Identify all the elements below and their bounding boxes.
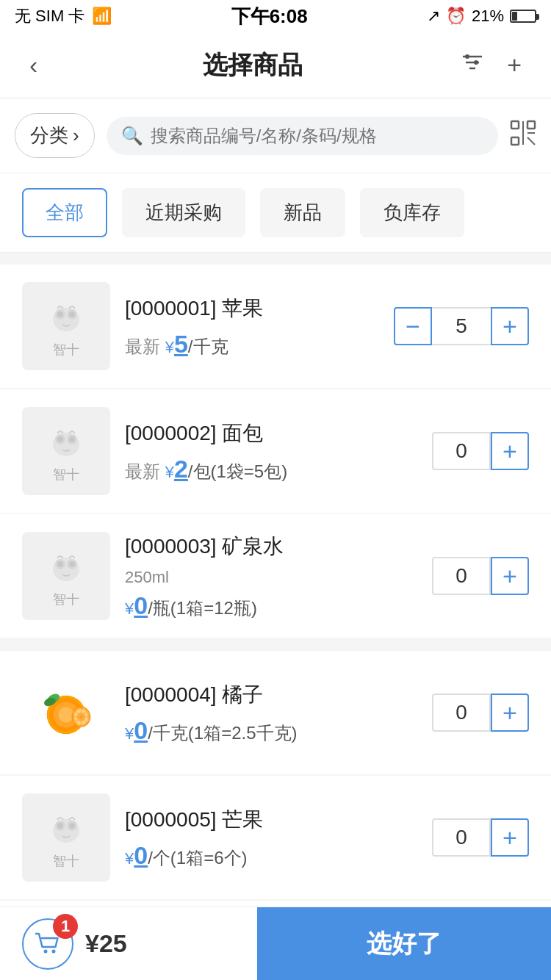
price-prefix: 最新: [125, 336, 160, 356]
svg-point-14: [57, 311, 63, 317]
product-image-0000003: 智十: [22, 532, 110, 620]
product-name: [0000005] 芒果: [125, 806, 417, 834]
cart-button[interactable]: 1: [22, 918, 73, 970]
status-right: ↗ ⏰ 21%: [427, 7, 536, 26]
svg-point-20: [69, 436, 75, 442]
svg-point-45: [69, 823, 75, 829]
page-title: 选择商品: [203, 48, 303, 82]
owl-placeholder: 智十: [44, 805, 88, 870]
product-price: ¥0/个(1箱=6个): [125, 841, 417, 870]
svg-line-10: [527, 137, 535, 145]
svg-point-56: [44, 949, 48, 953]
owl-placeholder: 智十: [44, 294, 88, 359]
price-value: 0: [134, 716, 148, 744]
product-name: [0000002] 面包: [125, 419, 417, 447]
scan-icon[interactable]: [510, 120, 536, 151]
back-button[interactable]: ‹: [22, 43, 45, 87]
product-name: [0000003] 矿泉水: [125, 533, 417, 561]
search-input[interactable]: [151, 126, 483, 146]
price-unit: /千克(1箱=2.5千克): [148, 723, 297, 743]
category-button[interactable]: 分类 ›: [15, 113, 95, 158]
quantity-input[interactable]: [432, 307, 491, 345]
wifi-icon: 📶: [92, 7, 112, 26]
qty-increase-button[interactable]: +: [491, 693, 529, 732]
list-item: 智十 [0000001] 苹果 最新 ¥5/千克 − +: [0, 264, 551, 388]
yen-symbol: ¥: [125, 849, 134, 868]
product-name: [0000001] 苹果: [125, 295, 379, 323]
svg-point-25: [69, 561, 75, 567]
tab-recent[interactable]: 近期采购: [122, 188, 245, 237]
price-unit: /千克: [188, 336, 228, 356]
quantity-display: 0: [432, 693, 491, 732]
price-unit: /包(1袋=5包): [188, 461, 287, 481]
svg-point-24: [57, 561, 63, 567]
svg-point-4: [474, 60, 478, 65]
yen-symbol: ¥: [165, 463, 174, 481]
list-item: 智十 [0000002] 面包 最新 ¥2/包(1袋=5包) 0 +: [0, 389, 551, 513]
product-price: ¥0/千克(1箱=2.5千克): [125, 716, 417, 745]
price-unit: /瓶(1箱=12瓶): [148, 598, 257, 618]
product-price: ¥0/瓶(1箱=12瓶): [125, 591, 417, 620]
owl-placeholder: 智十: [44, 544, 88, 608]
quantity-control-0000003: 0 +: [432, 557, 529, 595]
status-left: 无 SIM 卡 📶: [15, 5, 112, 27]
confirm-button[interactable]: 选好了: [257, 907, 551, 981]
svg-rect-7: [511, 137, 519, 145]
svg-rect-6: [527, 121, 535, 129]
product-info-0000004: [0000004] 橘子 ¥0/千克(1箱=2.5千克): [125, 681, 417, 745]
search-row: 分类 › 🔍: [0, 98, 551, 173]
separator: [0, 639, 551, 651]
product-info-0000003: [0000003] 矿泉水 250ml ¥0/瓶(1箱=12瓶): [125, 533, 417, 620]
yen-symbol: ¥: [125, 724, 134, 743]
product-price: 最新 ¥5/千克: [125, 330, 379, 359]
product-image-0000005: 智十: [22, 793, 110, 882]
quantity-display: 0: [432, 432, 491, 470]
list-item: [0000004] 橘子 ¥0/千克(1箱=2.5千克) 0 +: [0, 651, 551, 774]
qty-increase-button[interactable]: +: [491, 818, 529, 857]
quantity-display: 0: [432, 818, 491, 857]
svg-point-15: [69, 311, 75, 317]
tab-new[interactable]: 新品: [260, 188, 345, 237]
price-unit: /个(1箱=6个): [148, 848, 247, 868]
add-button[interactable]: +: [500, 43, 529, 87]
status-bar: 无 SIM 卡 📶 下午6:08 ↗ ⏰ 21%: [0, 0, 551, 32]
nav-left: ‹: [22, 43, 45, 87]
cart-total: ¥25: [85, 929, 127, 958]
svg-point-57: [52, 949, 56, 953]
product-info-0000002: [0000002] 面包 最新 ¥2/包(1袋=5包): [125, 419, 417, 483]
cart-badge: 1: [53, 914, 78, 939]
product-info-0000005: [0000005] 芒果 ¥0/个(1箱=6个): [125, 806, 417, 870]
quantity-control-0000005: 0 +: [432, 818, 529, 857]
search-icon: 🔍: [121, 126, 143, 146]
tab-negative[interactable]: 负库存: [360, 188, 464, 237]
owl-placeholder: 智十: [44, 419, 88, 483]
separator: [0, 253, 551, 264]
qty-increase-button[interactable]: +: [491, 432, 529, 470]
list-item: 智十 [0000003] 矿泉水 250ml ¥0/瓶(1箱=12瓶) 0 +: [0, 514, 551, 638]
svg-point-19: [57, 436, 63, 442]
product-image-0000002: 智十: [22, 407, 110, 495]
svg-rect-5: [511, 121, 519, 129]
price-value: 0: [134, 591, 148, 619]
product-name: [0000004] 橘子: [125, 681, 417, 709]
qty-increase-button[interactable]: +: [491, 307, 529, 345]
product-info-0000001: [0000001] 苹果 最新 ¥5/千克: [125, 295, 379, 359]
price-value: 5: [174, 330, 188, 358]
nav-bar: ‹ 选择商品 +: [0, 32, 551, 98]
orange-illustration: [40, 687, 92, 738]
battery-label: 21%: [472, 7, 504, 26]
filter-button[interactable]: [460, 50, 485, 80]
qty-increase-button[interactable]: +: [491, 557, 529, 595]
qty-decrease-button[interactable]: −: [394, 307, 432, 345]
yen-symbol: ¥: [125, 599, 134, 618]
search-box: 🔍: [107, 117, 498, 155]
cart-section: 1 ¥25: [0, 918, 257, 970]
quantity-control-0000004: 0 +: [432, 693, 529, 732]
alarm-icon: ⏰: [446, 7, 466, 26]
category-label: 分类: [30, 123, 68, 148]
tab-all[interactable]: 全部: [22, 188, 107, 237]
svg-point-44: [57, 823, 63, 829]
filter-tabs: 全部 近期采购 新品 负库存: [0, 173, 551, 253]
status-time: 下午6:08: [231, 4, 308, 29]
yen-symbol: ¥: [165, 338, 174, 356]
